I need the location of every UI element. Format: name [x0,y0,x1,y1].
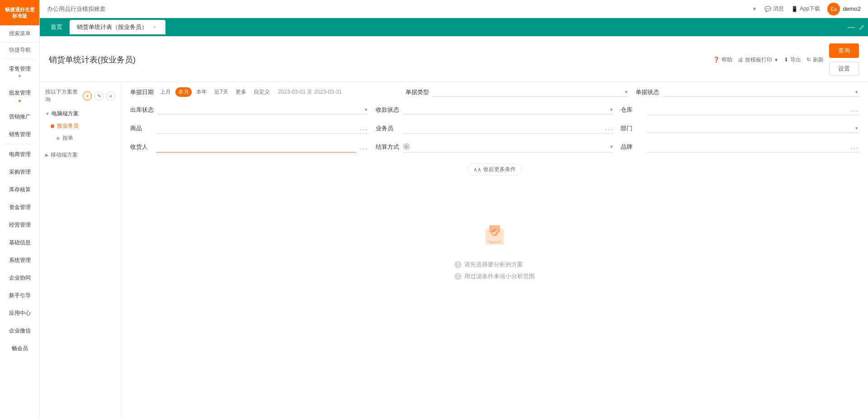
filter-settlement: 结算方式 × ▼ [376,141,614,152]
search-menu-btn[interactable]: 搜索菜单 [0,25,39,43]
settlement-label: 结算方式 [376,143,399,151]
tab-active[interactable]: 销货单统计表（按业务员） × [70,20,165,34]
sidebar-item-operations[interactable]: 经营管理 [0,216,39,233]
page-actions: ❓ 帮助 🖨 按模板打印 ▼ ⬇ 导出 ↻ 刷新 [713,43,859,76]
dept-select[interactable]: ▼ [647,124,859,133]
date-tab-this-year[interactable]: 本年 [193,87,210,97]
print-btn[interactable]: 🖨 按模板打印 ▼ [738,56,778,64]
empty-tip-1: 1 请先选择要分析的方案 [454,259,535,271]
sidebar-item-member[interactable]: 畅会员 [0,339,39,357]
brand-select[interactable]: ... [647,141,859,152]
settlement-select[interactable]: × ▼ [403,141,614,152]
tab-minimize-btn[interactable]: — [848,23,855,32]
dropdown-arrow-icon[interactable]: ▼ [752,6,757,12]
sidebar-item-sales[interactable]: 销售管理 [0,125,39,143]
receiver-input[interactable] [156,142,356,152]
goods-label: 商品 [130,124,153,133]
warehouse-select[interactable]: ... [647,104,859,115]
receiver-dots-icon[interactable]: ... [359,143,368,151]
sub-icon: ◈ [56,135,60,141]
filter-row-2: 出库状态 ▼ 收款状态 ▼ [130,104,859,115]
logo-subtext: 标准版 [12,13,27,19]
brand-label: 品牌 [621,143,643,151]
goods-dots-icon[interactable]: ... [359,124,368,132]
sidebar-item-system[interactable]: 系统管理 [0,251,39,269]
finance-label: 资金管理 [2,204,38,211]
user-area[interactable]: Ea demo2 [827,3,861,15]
sidebar-item-purchase[interactable]: 采购管理 [0,163,39,180]
tab-active-label: 销货单统计表（按业务员） [77,23,147,31]
warehouse-dots-icon[interactable]: ... [850,106,859,113]
scheme-collapse-btn[interactable]: « [106,91,115,100]
tabbar-actions: — ⤢ [848,23,864,32]
quick-nav-btn[interactable]: 快捷导航 [0,43,39,57]
divider [4,58,36,59]
sidebar-item-ecommerce[interactable]: 电商管理 [0,145,39,163]
sidebar-item-wechat[interactable]: 企业微信 [0,322,39,339]
mobile-section-title[interactable]: ▶ 移动端方案 [40,149,121,161]
date-tab-last-month[interactable]: 上月 [157,87,174,97]
app-download-btn[interactable]: 📱 App下载 [791,5,820,13]
scheme-add-btn[interactable]: + [83,91,92,100]
message-btn[interactable]: 💬 消息 [764,5,784,13]
goods-select[interactable]: ... [156,123,368,134]
tab-maximize-btn[interactable]: ⤢ [859,23,864,32]
sidebar-item-apps[interactable]: 应用中心 [0,304,39,322]
collapse-row: ∧∧ 收起更多条件 [130,160,859,179]
scheme-item-salesperson[interactable]: 按业务员 [40,119,121,133]
tab-close-btn[interactable]: × [151,24,158,31]
warehouse-label: 仓库 [621,106,643,114]
wholesale-label: 批发管理 [2,89,38,97]
app-logo: 畅捷通好生意 标准版 [0,0,39,25]
filter-area: 单据日期 上月 本月 本年 近7天 更多 自定义 20 [121,82,868,418]
salesperson-select[interactable]: ... [402,123,614,134]
help-btn[interactable]: ❓ 帮助 [713,56,732,64]
collapse-btn[interactable]: ∧∧ 收起更多条件 [467,163,522,176]
sidebar-item-inventory[interactable]: 库存核算 [0,180,39,198]
sidebar-item-enterprise[interactable]: 企业协同 [0,269,39,286]
scheme-edit-btn[interactable]: ✎ [94,91,104,100]
salesperson-dots-icon[interactable]: ... [605,124,613,132]
settings-button[interactable]: 设置 [829,62,859,76]
doc-type-arrow-icon: ▼ [624,90,628,95]
brand-dots-icon[interactable]: ... [850,143,859,150]
sidebar-item-guide[interactable]: 新手引导 [0,286,39,304]
sidebar-item-basic[interactable]: 基础信息 [0,233,39,251]
sidebar-item-marketing[interactable]: 营销推广 [0,108,39,125]
tab-home[interactable]: 首页 [43,20,70,34]
settlement-arrow-icon: ▼ [609,144,613,149]
sidebar-item-wholesale[interactable]: 批发管理 ▲ [0,84,39,108]
date-tab-7days[interactable]: 近7天 [212,87,231,97]
export-btn[interactable]: ⬇ 导出 [784,56,801,64]
date-tab-more[interactable]: 更多 [233,87,249,97]
filter-doc-type: 单据类型 ▼ [406,88,629,97]
date-tab-this-month[interactable]: 本月 [175,87,192,97]
date-tab-custom[interactable]: 自定义 [251,87,273,97]
collapse-icon: « [109,93,112,99]
scheme-header-title: 按以下方案查询 [45,88,83,104]
out-status-select[interactable]: ▼ [157,105,368,114]
sidebar-item-finance[interactable]: 资金管理 [0,198,39,216]
doc-type-select[interactable]: ▼ [433,88,629,97]
download-label: App下载 [800,5,820,13]
topbar-subtitle: 办公用品行业模拟账套 [47,5,745,13]
filter-row-4: 收货人 ... 结算方式 × ▼ 品牌 [130,141,859,152]
collect-status-select[interactable]: ▼ [403,105,614,114]
desktop-section-label: 电脑端方案 [52,110,79,118]
scheme-sub-item-order[interactable]: ◈ 按单 [40,133,121,144]
doc-status-select[interactable]: ▼ [663,88,859,97]
desktop-section-title[interactable]: ▼ 电脑端方案 [40,108,121,119]
tip-num-2: 2 [454,273,462,280]
settlement-clear-btn[interactable]: × [403,143,410,150]
sidebar-item-retail[interactable]: 零售管理 ▼ [0,60,39,84]
avatar-text: Ea [831,6,837,12]
system-label: 系统管理 [2,256,38,264]
apps-label: 应用中心 [2,309,38,317]
basic-label: 基础信息 [2,239,38,247]
mobile-scheme-section: ▶ 移动端方案 [40,147,121,162]
scheme-panel: 按以下方案查询 + ✎ « [40,82,121,418]
add-icon: + [86,93,89,99]
filter-goods: 商品 ... [130,123,368,134]
query-button[interactable]: 查询 [829,43,859,58]
refresh-btn[interactable]: ↻ 刷新 [807,56,824,64]
